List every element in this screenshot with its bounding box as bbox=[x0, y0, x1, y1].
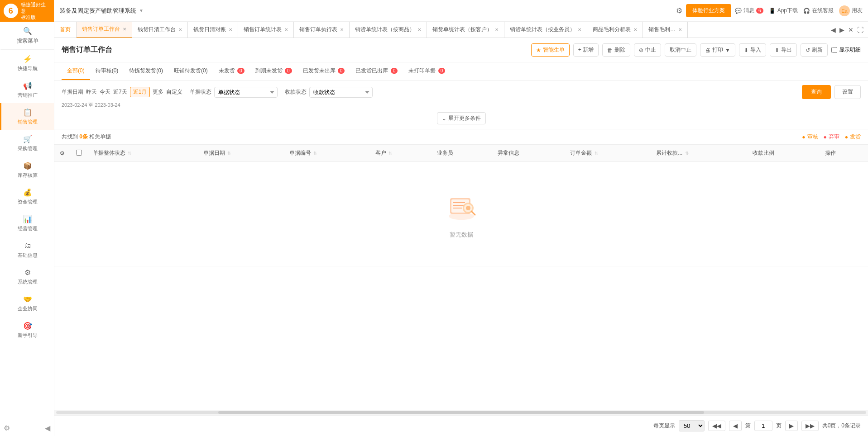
col-customer[interactable]: 客户 ⇅ bbox=[370, 145, 432, 162]
show-detail-checkbox[interactable] bbox=[831, 47, 837, 53]
sub-tab-all[interactable]: 全部(0) bbox=[62, 62, 90, 80]
col-number[interactable]: 单据编号 ⇅ bbox=[284, 145, 370, 162]
tab-cash-daily[interactable]: 钱货日清工作台 ✕ bbox=[132, 22, 188, 38]
tab-sales-product[interactable]: 销货单统计表（按商品） ✕ bbox=[350, 22, 427, 38]
select-all-checkbox[interactable] bbox=[76, 150, 82, 156]
payment-select[interactable]: 收款状态 bbox=[309, 87, 373, 98]
date-1month[interactable]: 近1月 bbox=[130, 87, 150, 97]
col-staff[interactable]: 业务员 bbox=[432, 145, 492, 162]
tab-sales-customer[interactable]: 销货单统计表（按客户） ✕ bbox=[427, 22, 504, 38]
page-input[interactable] bbox=[754, 421, 772, 431]
col-checkbox[interactable] bbox=[71, 145, 87, 162]
sub-tab-overdue-ship[interactable]: 到期未发货 0 bbox=[250, 62, 297, 80]
print-dropdown-icon[interactable]: ▼ bbox=[725, 47, 730, 53]
tab-close-icon[interactable]: ✕ bbox=[229, 27, 232, 32]
date-yesterday[interactable]: 昨天 bbox=[86, 88, 97, 96]
sidebar-item-ops[interactable]: 📊 经营管理 bbox=[0, 210, 54, 237]
sidebar-item-purchase[interactable]: 🛒 采购管理 bbox=[0, 130, 54, 156]
tab-close-icon[interactable]: ✕ bbox=[178, 27, 182, 32]
date-7days[interactable]: 近7天 bbox=[113, 88, 127, 96]
col-date[interactable]: 单据日期 ⇅ bbox=[198, 145, 284, 162]
col-amount[interactable]: 订单金额 ⇅ bbox=[565, 145, 651, 162]
delete-btn[interactable]: 🗑 删除 bbox=[602, 43, 630, 57]
new-btn[interactable]: + 新增 bbox=[573, 43, 599, 57]
tab-sales-margin[interactable]: 销售毛利… ✕ bbox=[643, 22, 688, 38]
col-settings[interactable]: ⚙ bbox=[54, 145, 71, 162]
dropdown-icon[interactable]: ▼ bbox=[139, 8, 144, 13]
sidebar-collapse-icon[interactable]: ◀ bbox=[45, 424, 50, 432]
sidebar-item-corp[interactable]: 🤝 企业协同 bbox=[0, 290, 54, 317]
tab-close-icon[interactable]: ✕ bbox=[123, 27, 126, 32]
sidebar-item-base[interactable]: 🗂 基础信息 bbox=[0, 237, 54, 263]
sidebar-settings-icon[interactable]: ⚙ bbox=[4, 424, 10, 432]
sidebar-item-finance[interactable]: 💰 资金管理 bbox=[0, 183, 54, 210]
status-select[interactable]: 单据状态 bbox=[214, 87, 278, 98]
refresh-btn[interactable]: ↺ 刷新 bbox=[801, 43, 828, 57]
print-btn[interactable]: 🖨 打印 ▼ bbox=[700, 43, 735, 57]
sub-tab-wangpu[interactable]: 旺铺待发货(0) bbox=[168, 62, 213, 80]
tab-close-icon[interactable]: ✕ bbox=[340, 27, 344, 32]
sidebar-item-quick[interactable]: ⚡ 快捷导航 bbox=[0, 50, 54, 76]
prev-page-btn[interactable]: ◀ bbox=[729, 421, 742, 431]
search-btn[interactable]: 查询 bbox=[802, 85, 831, 99]
sub-tab-shipped-not-out[interactable]: 已发货未出库 0 bbox=[297, 62, 350, 80]
tab-cash-reconcile[interactable]: 钱货日清对账 ✕ bbox=[188, 22, 238, 38]
tab-gross-margin[interactable]: 商品毛利分析表 ✕ bbox=[587, 22, 643, 38]
sidebar-item-inventory[interactable]: 📦 库存核算 bbox=[0, 156, 54, 183]
cancel-stop-btn[interactable]: 取消中止 bbox=[665, 43, 696, 57]
audit-action-btn[interactable]: ● 审核 bbox=[802, 133, 818, 141]
export-btn[interactable]: ⬆ 导出 bbox=[770, 43, 797, 57]
tab-next-btn[interactable]: ▶ bbox=[839, 25, 845, 34]
sidebar-item-system[interactable]: ⚙ 系统管理 bbox=[0, 263, 54, 290]
col-status[interactable]: 单据整体状态 ⇅ bbox=[87, 145, 198, 162]
tab-prev-btn[interactable]: ◀ bbox=[830, 25, 837, 34]
last-page-btn[interactable]: ▶▶ bbox=[801, 421, 819, 431]
expand-filter-btn[interactable]: ⌄ 展开更多条件 bbox=[437, 112, 486, 124]
tab-sales-workbench[interactable]: 销售订单工作台 ✕ bbox=[77, 22, 132, 38]
sub-tab-not-shipped[interactable]: 未发货 0 bbox=[213, 62, 250, 80]
sidebar-item-sales[interactable]: 📋 销售管理 bbox=[0, 103, 54, 130]
tab-sales-stats[interactable]: 销售订单统计表 ✕ bbox=[238, 22, 294, 38]
sub-tab-pending-pick[interactable]: 待拣货发货(0) bbox=[124, 62, 168, 80]
setting-btn[interactable]: 设置 bbox=[834, 85, 861, 99]
main-area: 装备及固定资产辅助管理系统 ▼ ⚙ 体验行业方案 💬 消息 6 📱 App下载 … bbox=[54, 0, 868, 436]
tab-close-all-btn[interactable]: ✕ bbox=[847, 25, 854, 34]
scrollbar-thumb[interactable] bbox=[218, 411, 704, 414]
horizontal-scrollbar[interactable] bbox=[54, 410, 868, 415]
tab-close-icon[interactable]: ✕ bbox=[495, 27, 499, 32]
smart-btn[interactable]: ★ 智能生单 bbox=[531, 43, 570, 57]
deliver-action-btn[interactable]: ● 发货 bbox=[845, 133, 861, 141]
date-more[interactable]: 更多 bbox=[153, 88, 163, 96]
show-detail-checkbox-label[interactable]: 显示明细 bbox=[831, 46, 861, 54]
app-download-item[interactable]: 📱 App下载 bbox=[769, 7, 798, 14]
col-accumulated[interactable]: 累计收款... ⇅ bbox=[651, 145, 747, 162]
date-custom[interactable]: 自定义 bbox=[166, 88, 182, 96]
unaudit-action-btn[interactable]: ● 弃审 bbox=[824, 133, 839, 141]
tab-sales-staff[interactable]: 销货单统计表（按业务员） ✕ bbox=[504, 22, 587, 38]
import-btn[interactable]: ⬇ 导入 bbox=[739, 43, 766, 57]
sub-tab-pending-audit[interactable]: 待审核(0) bbox=[90, 62, 124, 80]
sidebar-item-guide[interactable]: 🎯 新手引导 bbox=[0, 317, 54, 343]
tab-home[interactable]: 首页 bbox=[54, 22, 77, 38]
tab-close-icon[interactable]: ✕ bbox=[284, 27, 288, 32]
date-today[interactable]: 今天 bbox=[100, 88, 110, 96]
per-page-select[interactable]: 50 10 20 100 bbox=[679, 420, 705, 431]
stop-btn[interactable]: ⊘ 中止 bbox=[634, 43, 661, 57]
first-page-btn[interactable]: ◀◀ bbox=[708, 421, 725, 431]
online-service-item[interactable]: 🎧 在线客服 bbox=[803, 7, 834, 14]
sidebar-item-marketing[interactable]: 📢 营销推广 bbox=[0, 76, 54, 103]
tab-sales-exec[interactable]: 销售订单执行表 ✕ bbox=[294, 22, 350, 38]
topbar-settings-icon[interactable]: ⚙ bbox=[676, 6, 682, 15]
tab-maximize-btn[interactable]: ⛶ bbox=[856, 25, 864, 34]
sub-tab-shipped-out[interactable]: 已发货已出库 0 bbox=[350, 62, 403, 80]
message-item[interactable]: 💬 消息 6 bbox=[735, 7, 763, 14]
industry-btn[interactable]: 体验行业方案 bbox=[686, 4, 731, 17]
user-item[interactable]: Ea 用友 bbox=[839, 5, 863, 16]
next-page-btn[interactable]: ▶ bbox=[785, 421, 798, 431]
tab-close-icon[interactable]: ✕ bbox=[633, 27, 637, 32]
sidebar-search[interactable]: 🔍 搜索菜单 bbox=[0, 22, 54, 50]
tab-close-icon[interactable]: ✕ bbox=[578, 27, 581, 32]
tab-close-icon[interactable]: ✕ bbox=[417, 27, 421, 32]
tab-close-icon[interactable]: ✕ bbox=[678, 27, 682, 32]
sub-tab-not-printed[interactable]: 未打印单据 0 bbox=[403, 62, 451, 80]
